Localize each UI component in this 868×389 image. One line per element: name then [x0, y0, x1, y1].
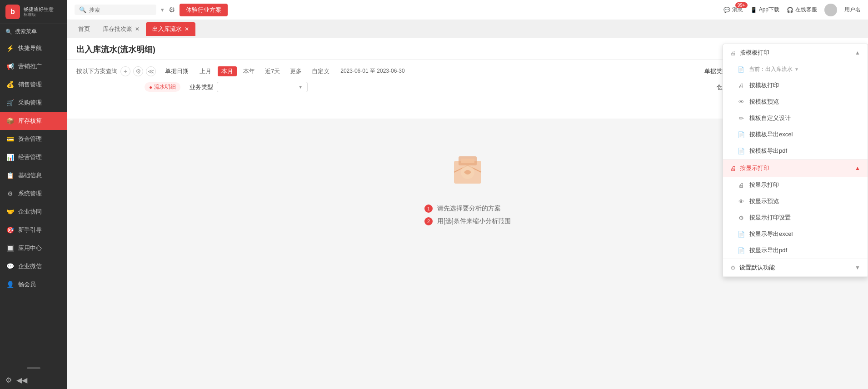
sidebar-item-app-center[interactable]: 🔲 应用中心 [0, 239, 67, 257]
tab-batch[interactable]: 库存批次账 ✕ [96, 22, 146, 36]
template-print-header[interactable]: 🖨 按模板打印 ▲ [723, 44, 868, 61]
quick-nav-icon: ⚡ [5, 44, 15, 53]
business-type-dropdown[interactable]: ▼ [217, 82, 308, 92]
header-settings-icon[interactable]: ⚙ [169, 5, 175, 14]
date-btn-last-7[interactable]: 近7天 [261, 66, 284, 76]
sidebar-item-finance[interactable]: 💳 资金管理 [0, 130, 67, 148]
sales-icon: 💰 [5, 80, 15, 89]
template-export-excel-item[interactable]: 📄 按模板导出excel [723, 126, 868, 143]
preview-icon: 👁 [738, 98, 745, 105]
default-section-arrow: ▼ [855, 264, 860, 271]
user-avatar[interactable] [824, 4, 837, 16]
display-print-settings-item[interactable]: ⚙ 按显示打印设置 [723, 209, 868, 226]
display-preview-item[interactable]: 👁 按显示预览 [723, 193, 868, 209]
logo-text: 畅捷通好生意 标准版 [24, 6, 54, 18]
trial-btn[interactable]: 体验行业方案 [180, 4, 228, 16]
sidebar: b 畅捷通好生意 标准版 🔍 搜索菜单 ⚡ 快捷导航 📢 营销推广 💰 销售管理… [0, 0, 67, 389]
template-print-item[interactable]: 🖨 按模板打印 [723, 77, 868, 94]
sidebar-item-sales[interactable]: 💰 销售管理 [0, 75, 67, 94]
logo-icon: b [5, 5, 20, 19]
template-custom-item[interactable]: ✏ 模板自定义设计 [723, 110, 868, 126]
sidebar-item-marketing[interactable]: 📢 营销推广 [0, 57, 67, 75]
sidebar-item-inventory[interactable]: 📦 库存核算 [0, 112, 67, 130]
sidebar-item-operations[interactable]: 📊 经营管理 [0, 148, 67, 166]
date-range-display: 2023-06-01 至 2023-06-30 [340, 67, 404, 75]
operations-icon: 📊 [5, 153, 15, 162]
date-btn-custom[interactable]: 自定义 [308, 66, 333, 76]
excel-icon: 📄 [738, 131, 745, 138]
default-icon: ⚙ [730, 264, 736, 271]
display-print-section: 🖨 按显示打印 ▲ 🖨 按显示打印 👁 按显示预览 ⚙ 按显示打印设置 📄 按显… [723, 160, 868, 259]
sidebar-item-purchase[interactable]: 🛒 采购管理 [0, 94, 67, 112]
empty-tips: 1 请先选择要分析的方案 2 用[选]条件来缩小分析范围 [424, 202, 511, 227]
pdf2-icon: 📄 [738, 247, 745, 254]
tag-icon: ● [149, 84, 152, 90]
date-btn-current-month[interactable]: 本月 [218, 66, 237, 76]
member-icon: 👤 [5, 280, 15, 289]
tab-flow-close[interactable]: ✕ [185, 26, 189, 32]
app-download-icon: 📱 [750, 7, 757, 13]
default-section: ⚙ 设置默认功能 ▼ [723, 259, 868, 277]
tab-home[interactable]: 首页 [72, 22, 96, 36]
sidebar-search[interactable]: 🔍 搜索菜单 [0, 24, 67, 39]
online-service-btn[interactable]: 🎧 在线客服 [787, 6, 817, 14]
sidebar-item-basic[interactable]: 📋 基础信息 [0, 166, 67, 185]
display-print-header[interactable]: 🖨 按显示打印 ▲ [723, 160, 868, 177]
system-icon: ⚙ [5, 189, 15, 198]
display-export-excel-item[interactable]: 📄 按显示导出excel [723, 226, 868, 242]
filter-title: 按以下方案查询 [76, 67, 118, 75]
headset-icon: 🎧 [787, 7, 793, 13]
sidebar-item-guide[interactable]: 🎯 新手引导 [0, 221, 67, 239]
dropdown-arrow-icon[interactable]: ▾ [161, 6, 164, 13]
filter-add-btn[interactable]: + [120, 66, 130, 76]
default-section-header[interactable]: ⚙ 设置默认功能 ▼ [723, 259, 868, 276]
settings2-icon: ⚙ [738, 214, 745, 221]
filter-settings-btn[interactable]: ⚙ [133, 66, 143, 76]
header-search-box[interactable]: 🔍 [75, 5, 156, 15]
collapse-sidebar-icon[interactable]: ◀◀ [16, 376, 27, 384]
header: 🔍 ▾ ⚙ 体验行业方案 💬 消息 99+ 📱 App下载 🎧 在线客服 用户名 [67, 0, 868, 20]
message-btn[interactable]: 💬 消息 99+ [723, 6, 743, 14]
search-icon: 🔍 [79, 6, 86, 13]
date-btn-last-month[interactable]: 上月 [196, 66, 215, 76]
settings-bottom-icon[interactable]: ⚙ [5, 376, 12, 384]
filter-tag-chip[interactable]: ● 流水明细 [145, 82, 180, 92]
preview2-icon: 👁 [738, 198, 745, 205]
sidebar-item-wechat[interactable]: 💬 企业微信 [0, 257, 67, 275]
sidebar-item-member[interactable]: 👤 畅会员 [0, 275, 67, 294]
template-export-pdf-item[interactable]: 📄 按模板导出pdf [723, 143, 868, 159]
date-btn-current-year[interactable]: 本年 [239, 66, 259, 76]
gear-icon: ⚙ [135, 68, 141, 75]
sidebar-item-system[interactable]: ⚙ 系统管理 [0, 185, 67, 203]
tabs-bar: 首页 库存批次账 ✕ 出入库流水 ✕ [67, 20, 868, 38]
printer2-icon: 🖨 [738, 181, 745, 189]
date-filter-group: 单据日期 上月 本月 本年 近7天 更多 自定义 2023-06-01 至 20… [165, 66, 677, 76]
filter-collapse-btn[interactable]: ≪ [146, 66, 156, 76]
template-preview-item[interactable]: 👁 按模板预览 [723, 94, 868, 110]
sidebar-item-quick-nav[interactable]: ⚡ 快捷导航 [0, 39, 67, 57]
current-template-label[interactable]: 📄 当前：出入库流水 ▼ [723, 61, 868, 77]
search-icon: 🔍 [5, 29, 12, 35]
date-filter-options: 上月 本月 本年 近7天 更多 自定义 [196, 66, 333, 76]
display-print-item[interactable]: 🖨 按显示打印 [723, 177, 868, 193]
empty-tip-2: 2 用[选]条件来缩小分析范围 [424, 214, 511, 227]
message-icon: 💬 [723, 7, 730, 13]
empty-tip-1: 1 请先选择要分析的方案 [424, 202, 511, 214]
basic-icon: 📋 [5, 171, 15, 180]
business-type-filter: 业务类型 ▼ [190, 82, 308, 92]
app-download-btn[interactable]: 📱 App下载 [750, 6, 779, 14]
edit-icon: ✏ [738, 115, 745, 122]
date-range-inputs: 2023-06-01 至 2023-06-30 [340, 67, 404, 75]
date-btn-more[interactable]: 更多 [286, 66, 305, 76]
display-export-pdf-item[interactable]: 📄 按显示导出pdf [723, 242, 868, 259]
tab-flow[interactable]: 出入库流水 ✕ [146, 22, 195, 36]
sidebar-nav: ⚡ 快捷导航 📢 营销推广 💰 销售管理 🛒 采购管理 📦 库存核算 💳 资金管… [0, 39, 67, 365]
sidebar-item-enterprise[interactable]: 🤝 企业协同 [0, 203, 67, 221]
marketing-icon: 📢 [5, 62, 15, 71]
display-section-arrow: ▲ [855, 165, 860, 171]
enterprise-icon: 🤝 [5, 207, 15, 216]
tab-batch-close[interactable]: ✕ [135, 26, 140, 32]
search-input[interactable] [89, 7, 148, 13]
chevron-down-icon-biz: ▼ [298, 85, 303, 90]
finance-icon: 💳 [5, 135, 15, 144]
